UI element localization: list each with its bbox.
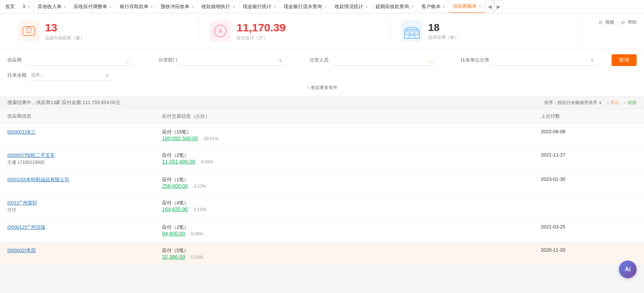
filter-person: 分管人员 ... [309, 55, 455, 66]
payable-info-4: 应付（2笔） 94,600.00 0.08% [162, 224, 541, 237]
payable-info-0: 应付（15笔） 100,092,540.00 89.61% [162, 129, 541, 141]
last-pay-date-0: 2022-08-08 [541, 129, 566, 134]
table-row: [001]广州荣轩 仔仔 应付（4笔） 164,635.90 0.15% [0, 194, 644, 219]
sort-button[interactable]: 排序：按应付余额倒序排序 ∨ [544, 100, 602, 106]
category-input[interactable]: ∨ [492, 55, 595, 66]
nav-cash-flow[interactable]: 现金银行流水查询 × [280, 0, 330, 13]
supplier-name-link-1[interactable]: [000007]恒旺二手叉车 [7, 152, 162, 159]
nav-tab3[interactable]: 3 × [19, 0, 34, 13]
close-payment-verify-icon[interactable]: × [232, 4, 235, 9]
close-cash-flow-icon[interactable]: × [324, 4, 326, 9]
supplier-filter-label: 供应商 [7, 57, 26, 63]
lastpay-2: 2023-01-30 [541, 176, 637, 182]
nav-overdue[interactable]: 超期应收款查询 × [372, 0, 417, 13]
payable-amount-2[interactable]: 258,000.00 [162, 183, 188, 189]
supplier-name-link-0[interactable]: [000001]张三 [7, 129, 162, 135]
supplier-info-4: [000012]广州贝瑞 [7, 224, 162, 231]
close-overdue-icon[interactable]: × [411, 4, 413, 9]
header-supplier: 供应商信息 [7, 113, 162, 120]
summary-text-suppliers: 13 总应付供应商（家） [45, 21, 85, 41]
table-row: [000007]恒旺二手叉车 王通 17106110000 应付（2笔） 11,… [0, 147, 644, 171]
payable-label-5: 应付（5笔） [162, 248, 189, 253]
supplier-name-link-5[interactable]: [000002]李四 [7, 247, 162, 254]
payable-amount-1[interactable]: 11,051,486.00 [162, 159, 195, 165]
close-tab3-icon[interactable]: × [27, 4, 29, 9]
help-link[interactable]: 帮助 [628, 19, 637, 25]
nav-home[interactable]: 首页 [1, 0, 19, 13]
summary-card-suppliers: 13 总应付供应商（家） [7, 18, 199, 44]
payable-info-5: 应付（5笔） 32,366.00 0.03% [162, 247, 541, 260]
payable-amount-4[interactable]: 94,600.00 [162, 231, 185, 237]
filter-category: 往来单位分类 ∨ [461, 55, 606, 66]
filter-row-1: 供应商 ... 分管部门 ∨ 分管人员 ... 往来单位分类 ∨ 查询 [7, 54, 637, 66]
last-pay-date-2: 2023-01-30 [541, 176, 566, 182]
balance-input[interactable]: 选择... ∨ [29, 70, 111, 81]
nav-customer-ledger[interactable]: 客户账本 × [418, 0, 449, 13]
refresh-button[interactable]: ○ 刷新 [624, 100, 637, 106]
lastpay-1: 2021-11-17 [541, 152, 637, 158]
close-supplier-ledger-icon[interactable]: × [479, 4, 481, 8]
payable-amount-5[interactable]: 32,366.00 [162, 254, 185, 260]
filter-dept: 分管部门 ∨ [158, 55, 304, 66]
supplier-dots-icon: ... [126, 57, 130, 63]
close-bank-deposit-icon[interactable]: × [151, 4, 153, 9]
close-pre-receive-icon[interactable]: × [192, 4, 194, 9]
nav-ar-ap-adjust[interactable]: 应收应付调整单 × [70, 0, 116, 13]
nav-next-arrow[interactable]: ▶ [494, 0, 503, 13]
video-link[interactable]: 视频 [605, 19, 614, 25]
close-customer-ledger-icon[interactable]: × [443, 4, 445, 9]
nav-payment-stat[interactable]: 收款情况统计 × [331, 0, 372, 13]
nav-bank-deposit[interactable]: 银行存取款单 × [116, 0, 157, 13]
help-icon: ⊙ [621, 20, 625, 25]
payable-amount-0[interactable]: 100,092,540.00 [162, 135, 198, 141]
person-filter-label: 分管人员 [309, 57, 329, 63]
top-nav: 首页 3 × 其他收入单 × 应收应付调整单 × 银行存取款单 × 预收冲应收单… [0, 0, 644, 13]
person-input[interactable]: ... [332, 55, 435, 66]
supplier-name-link-3[interactable]: [001]广州荣轩 [7, 200, 162, 206]
dept-input[interactable]: ∨ [181, 55, 284, 66]
close-cash-stat-icon[interactable]: × [274, 4, 276, 9]
export-button[interactable]: ○ 导出 [606, 100, 619, 106]
payable-icon: ¥ [210, 21, 231, 41]
close-other-income-icon[interactable]: × [64, 4, 66, 9]
dept-filter-label: 分管部门 [158, 57, 178, 63]
svg-rect-0 [23, 27, 35, 35]
export-icon: ○ [606, 100, 609, 105]
table-row: [000100]本特勒油品有限公司 应付（1笔） 258,000.00 0.23… [0, 171, 644, 194]
search-button[interactable]: 查询 [612, 54, 637, 66]
supplier-info-5: [000002]李四 [7, 247, 162, 254]
total-supplier-icon [402, 21, 422, 41]
nav-payment-verify[interactable]: 收款核销执行 × [198, 0, 239, 13]
collapse-button[interactable]: ∧ 收起更多条件 [296, 85, 348, 91]
category-arrow-icon: ∨ [591, 58, 594, 63]
nav-cash-bank-stat[interactable]: 现金银行统计 × [239, 0, 280, 13]
balance-filter-label: 往来余额 [7, 72, 27, 79]
payable-info-3: 应付（4笔） 164,635.90 0.15% [162, 200, 541, 212]
header-lastpay: 上次付数 [541, 113, 637, 120]
nav-prev-arrow[interactable]: ◀ [485, 0, 494, 13]
nav-pre-receive[interactable]: 预收冲应收单 × [157, 0, 198, 13]
lastpay-4: 2021-03-25 [541, 224, 637, 230]
lastpay-0: 2022-08-08 [541, 129, 637, 134]
nav-other-income[interactable]: 其他收入单 × [34, 0, 70, 13]
supplier-count-label: 总应付供应商（家） [45, 35, 85, 41]
filter-supplier: 供应商 ... [7, 55, 153, 66]
result-bar: 搜索结果中，供应商13家 应付金额 111,703,854.00元 排序：按应付… [0, 96, 644, 109]
table-row: [000002]李四 应付（5笔） 32,366.00 0.03% 2020-1… [0, 242, 644, 265]
supplier-sub-1: 王通 17106110000 [7, 159, 162, 166]
supplier-name-link-4[interactable]: [000012]广州贝瑞 [7, 224, 162, 231]
ai-button[interactable]: Ai [619, 261, 637, 278]
payable-amount-label: 应付合计（万） [237, 35, 286, 41]
supplier-input[interactable]: ... [29, 55, 132, 66]
collapse-arrow-icon: ∧ [307, 86, 309, 90]
payable-info-1: 应付（2笔） 11,051,486.00 9.89% [162, 152, 541, 165]
close-ar-ap-icon[interactable]: × [109, 4, 112, 9]
svg-text:¥: ¥ [218, 27, 223, 35]
supplier-name-link-2[interactable]: [000100]本特勒油品有限公司 [7, 176, 162, 183]
close-payment-stat-icon[interactable]: × [365, 4, 368, 9]
payable-label-2: 应付（1笔） [162, 177, 189, 182]
payable-amount-3[interactable]: 164,635.90 [162, 206, 188, 212]
result-summary: 搜索结果中，供应商13家 应付金额 111,703,854.00元 [7, 99, 120, 106]
nav-supplier-ledger[interactable]: 供应商账本 × [449, 0, 485, 13]
data-table: 供应商信息 应付交易信息（占比） 上次付数 [000001]张三 应付（15笔）… [0, 109, 644, 265]
